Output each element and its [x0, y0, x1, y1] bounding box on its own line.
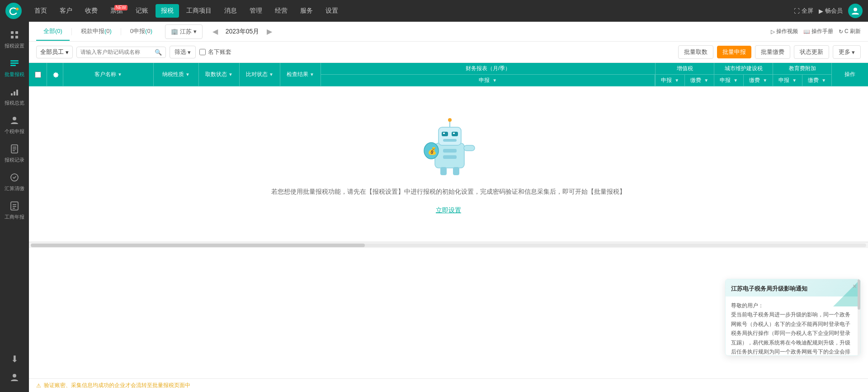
download-icon: ⬇ — [11, 354, 19, 363]
nav-message[interactable]: 消息 — [219, 4, 242, 18]
search-input[interactable] — [80, 49, 153, 55]
th-edu-group: 教育费附加 申报 ▼ 缴费 ▼ — [773, 63, 832, 86]
scrollbar-thumb[interactable] — [31, 244, 365, 247]
nav-invoice[interactable]: 票据 NEW — [105, 4, 128, 18]
th-edu-pay[interactable]: 缴费 ▼ — [802, 75, 831, 86]
svg-rect-27 — [452, 132, 458, 136]
th-edu-declare[interactable]: 申报 ▼ — [773, 75, 802, 86]
filter-button[interactable]: 筛选 ▾ — [170, 46, 196, 58]
th-vat-group: 增值税 申报 ▼ 缴费 ▼ — [656, 63, 714, 86]
th-fetch-status[interactable]: 取数状态 ▼ — [199, 63, 240, 86]
th-financial-report-header: 财务报表（月/季） — [321, 63, 655, 75]
nav-accounting[interactable]: 记账 — [130, 4, 154, 18]
app-logo[interactable] — [5, 3, 22, 19]
video-icon: ▷ — [771, 29, 775, 35]
svg-rect-7 — [10, 60, 19, 62]
svg-rect-40 — [443, 155, 457, 159]
checkbox-input[interactable] — [199, 49, 206, 55]
employee-select[interactable]: 全部员工 ▾ — [36, 46, 73, 58]
month-display: 2023年05月 — [224, 28, 260, 36]
check-sort-icon: ▼ — [310, 72, 314, 77]
batch-pay-button[interactable]: 批量缴费 — [755, 45, 790, 59]
warning-icon: ⚠ — [36, 382, 41, 389]
operation-manual-button[interactable]: 📖 操作手册 — [803, 28, 833, 35]
province-icon: 🏢 — [171, 28, 178, 35]
sidebar-item-tax-settings[interactable]: 报税设置 — [0, 25, 29, 54]
refresh-button[interactable]: ↻ C 刷新 — [839, 28, 861, 35]
sidebar-item-annual-report[interactable]: 工商年报 — [0, 196, 29, 225]
th-financial-group: 财务报表（月/季） 申报 ▼ — [321, 63, 656, 86]
th-client-name[interactable]: 客户名称 ▼ — [63, 63, 154, 86]
notification-text: 尊敬的用户： 受当前电子税务局进一步升级的影响，同一个政务网账号（办税人）名下的… — [731, 301, 855, 355]
notif-scrollbar-thumb[interactable] — [858, 279, 860, 310]
tab-divider-2 — [121, 28, 121, 35]
status-update-button[interactable]: 状态更新 — [794, 45, 829, 59]
tab-tax-declare[interactable]: 税款申报(0) — [74, 23, 119, 41]
sidebar-item-tax-record[interactable]: 报税记录 — [0, 139, 29, 168]
th-city-pay[interactable]: 缴费 ▼ — [744, 75, 773, 86]
search-icon[interactable]: 🔍 — [155, 49, 162, 56]
nav-operation[interactable]: 经营 — [269, 4, 293, 18]
th-check-result[interactable]: 检查结果 ▼ — [280, 63, 321, 86]
nav-service[interactable]: 服务 — [295, 4, 318, 18]
th-city-declare[interactable]: 申报 ▼ — [714, 75, 744, 86]
batch-fetch-button[interactable]: 批量取数 — [678, 45, 713, 59]
sidebar-item-tax-overview[interactable]: 报税总览 — [0, 82, 29, 111]
nav-tax[interactable]: 报税 — [156, 4, 179, 18]
user-icon — [9, 373, 19, 384]
sidebar-item-personal-tax[interactable]: 个税申报 — [0, 111, 29, 139]
th-financial-declare[interactable]: 申报 ▼ — [321, 75, 655, 86]
notification-close-button[interactable]: × — [853, 283, 857, 290]
horizontal-scrollbar[interactable] — [29, 242, 868, 248]
search-box: 🔍 — [76, 47, 166, 58]
annual-report-icon — [9, 201, 19, 212]
setup-link[interactable]: 立即设置 — [436, 206, 461, 215]
svg-point-2 — [854, 8, 857, 11]
th-vat-pay[interactable]: 缴费 ▼ — [685, 75, 714, 86]
tab-bar-right: ▷ 操作视频 📖 操作手册 ↻ C 刷新 — [771, 28, 861, 35]
th-checkbox[interactable] — [29, 63, 47, 86]
more-arrow-icon: ▾ — [852, 49, 855, 56]
settlement-label: 汇算清缴 — [5, 185, 24, 192]
new-badge: NEW — [114, 5, 127, 10]
operation-video-button[interactable]: ▷ 操作视频 — [771, 28, 798, 35]
fullscreen-button[interactable]: ⛶ 全屏 — [794, 7, 813, 15]
batch-declare-button[interactable]: 批量申报 — [717, 46, 751, 58]
th-city-sub: 申报 ▼ 缴费 ▼ — [714, 75, 773, 86]
fetch-sort-icon: ▼ — [228, 72, 233, 77]
more-button[interactable]: 更多 ▾ — [833, 45, 861, 59]
fullscreen-icon: ⛶ — [794, 8, 800, 14]
th-gear[interactable] — [47, 63, 63, 86]
sidebar-item-user[interactable] — [8, 368, 21, 388]
personal-tax-icon — [9, 115, 19, 127]
svg-point-0 — [5, 3, 22, 19]
sidebar-item-batch-tax[interactable]: 批量报税 — [0, 54, 29, 82]
nav-billing[interactable]: 收费 — [80, 4, 103, 18]
select-all-checkbox[interactable] — [35, 72, 41, 78]
subordinate-accounts-checkbox[interactable]: 名下账套 — [199, 48, 231, 56]
tab-all[interactable]: 全部(0) — [36, 23, 70, 41]
nav-settings[interactable]: 设置 — [320, 4, 344, 18]
province-selector[interactable]: 🏢 江苏 ▾ — [165, 24, 203, 39]
nav-manage[interactable]: 管理 — [244, 4, 268, 18]
status-text: 验证账密、采集信息均成功的企业才会流转至批量报税页面中 — [44, 382, 190, 389]
nav-home[interactable]: 首页 — [29, 4, 52, 18]
svg-rect-8 — [10, 62, 19, 64]
th-vat-declare[interactable]: 申报 ▼ — [656, 75, 685, 86]
th-operation: 操作 — [832, 63, 868, 86]
th-taxpay-type[interactable]: 纳税性质 ▼ — [154, 63, 199, 86]
prev-month-button[interactable]: ◀ — [210, 26, 221, 37]
svg-point-13 — [13, 117, 16, 120]
th-compare-status[interactable]: 比对状态 ▼ — [240, 63, 280, 86]
th-vat-sub: 申报 ▼ 缴费 ▼ — [656, 75, 714, 86]
next-month-button[interactable]: ▶ — [264, 26, 275, 37]
taxpay-sort-icon: ▼ — [185, 72, 190, 77]
tab-zero-declare[interactable]: 0申报(0) — [123, 23, 160, 41]
svg-rect-25 — [439, 127, 461, 145]
sidebar-item-settlement[interactable]: 汇算清缴 — [0, 168, 29, 196]
member-button[interactable]: ▶ 畅会员 — [819, 7, 843, 15]
nav-business[interactable]: 工商项目 — [181, 4, 217, 18]
nav-customer[interactable]: 客户 — [54, 4, 78, 18]
user-avatar[interactable] — [848, 4, 863, 18]
sidebar-item-download[interactable]: ⬇ — [8, 350, 21, 368]
